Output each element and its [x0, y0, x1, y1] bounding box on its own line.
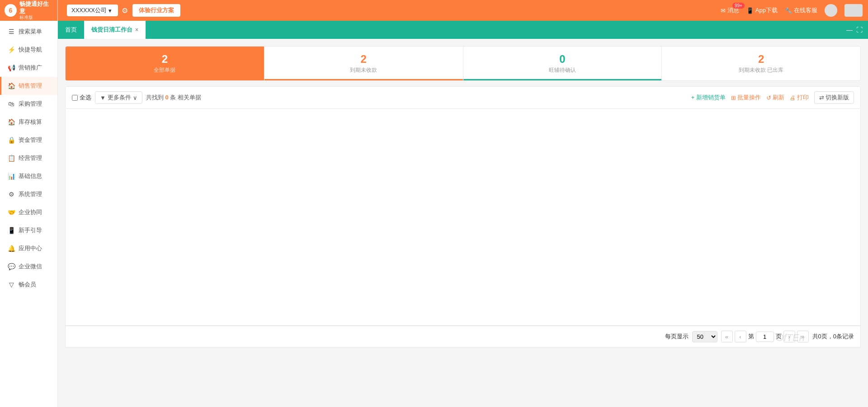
service-icon: 🔧 — [785, 7, 792, 14]
basic-info-icon: 📊 — [7, 172, 16, 181]
stat-card-overdue-unpaid[interactable]: 2 到期未收款 — [264, 47, 463, 80]
page-input[interactable] — [756, 332, 774, 342]
inventory-label: 库存核算 — [19, 118, 42, 126]
sidebar-item-finance[interactable]: 🔒 资金管理 — [0, 131, 57, 149]
select-all-checkbox[interactable] — [72, 95, 78, 101]
wechat-label: 企业微信 — [19, 262, 42, 271]
select-all-label: 全选 — [80, 94, 91, 102]
switch-version-btn[interactable]: ⇄ 切换新版 — [814, 91, 854, 104]
user-info-btn[interactable] — [844, 4, 863, 17]
sidebar-item-app-center[interactable]: 🔔 应用中心 — [0, 239, 57, 257]
toolbar: 全选 ▼ 更多条件 ∨ 共找到 0 条 相关单据 + 新增销货单 ⊞ 批量操作 … — [65, 86, 861, 109]
stat-num-overdue-not-shipped: 2 — [671, 53, 851, 65]
next-page-btn[interactable]: › — [783, 331, 795, 342]
work-order-tab-label: 钱货日清工作台 — [91, 26, 132, 34]
newbie-label: 新手引导 — [19, 226, 42, 234]
stat-num-all: 2 — [75, 53, 255, 65]
quick-nav-icon: ⚡ — [7, 45, 16, 54]
system-icon: ⚙ — [7, 190, 16, 199]
main-content: 2 全部单据 2 到期未收款 0 旺辅待确认 2 到期未收款 已出库 全选 ▼ — [58, 39, 868, 407]
first-page-btn[interactable]: « — [721, 331, 733, 342]
stat-card-overdue-not-shipped[interactable]: 2 到期未收款 已出库 — [662, 47, 860, 80]
nav-tabs-bar: 首页 钱货日清工作台 × — ⛶ — [58, 21, 868, 39]
online-service-btn[interactable]: 🔧 在线客服 — [785, 6, 817, 14]
sidebar-item-purchase[interactable]: 🛍 采购管理 — [0, 95, 57, 113]
switch-icon: ⇄ — [819, 94, 824, 101]
underline-pending — [463, 79, 662, 80]
refresh-icon: ↺ — [766, 94, 771, 101]
prev-page-btn[interactable]: ‹ — [735, 331, 746, 342]
messages-btn[interactable]: ✉ 消息 99+ — [721, 6, 739, 14]
page-nav: « ‹ 第 页 › » — [721, 331, 809, 342]
filter-icon: ▼ — [100, 94, 106, 101]
sidebar-logo: 6 畅捷通好生意 标准版 — [0, 0, 57, 21]
stat-label-pending: 旺辅待确认 — [472, 66, 653, 74]
avatar[interactable] — [825, 4, 837, 17]
sidebar-item-inventory[interactable]: 🏠 库存核算 — [0, 113, 57, 131]
enterprise-label: 企业协同 — [19, 208, 42, 216]
stat-card-pending-confirm[interactable]: 0 旺辅待确认 — [463, 47, 662, 80]
experience-btn[interactable]: 体验行业方案 — [132, 4, 180, 17]
refresh-btn[interactable]: ↺ 刷新 — [766, 94, 784, 102]
download-icon: 📱 — [746, 7, 754, 14]
enterprise-icon: 🤝 — [7, 208, 16, 217]
filter-label: 更多条件 — [108, 94, 131, 102]
finance-label: 资金管理 — [19, 136, 42, 144]
print-btn[interactable]: 🖨 打印 — [790, 94, 809, 102]
operation-label: 经营管理 — [19, 154, 42, 162]
minimize-icon[interactable]: — — [846, 26, 853, 33]
sidebar-item-search-menu[interactable]: ☰ 搜索菜单 — [0, 23, 57, 41]
sidebar-item-marketing[interactable]: 📢 营销推广 — [0, 59, 57, 77]
batch-icon: ⊞ — [731, 94, 736, 101]
tab-work-order[interactable]: 钱货日清工作台 × — [84, 21, 146, 39]
per-page-select[interactable]: 50 100 200 — [692, 331, 717, 342]
filter-btn[interactable]: ▼ 更多条件 ∨ — [95, 91, 142, 104]
stat-label-overdue-unpaid: 到期未收款 — [274, 66, 454, 74]
print-icon: 🖨 — [790, 94, 796, 101]
sidebar-item-quick-nav[interactable]: ⚡ 快捷导航 — [0, 41, 57, 59]
sidebar-item-wechat[interactable]: 💬 企业微信 — [0, 257, 57, 276]
settings-icon[interactable]: ⚙ — [122, 6, 128, 15]
sidebar-item-newbie[interactable]: 📱 新手引导 — [0, 221, 57, 239]
stat-num-pending: 0 — [472, 53, 653, 65]
home-tab-label: 首页 — [65, 26, 77, 34]
sidebar-item-member[interactable]: ▽ 畅会员 — [0, 276, 57, 294]
sidebar-item-sales[interactable]: 🏠 销售管理 — [0, 77, 57, 95]
sidebar-item-operation[interactable]: 📋 经营管理 — [0, 149, 57, 167]
batch-operation-btn[interactable]: ⊞ 批量操作 — [731, 94, 761, 102]
purchase-icon: 🛍 — [7, 99, 16, 108]
underline-overdue — [264, 79, 463, 80]
search-menu-label: 搜索菜单 — [19, 28, 42, 36]
app-download-btn[interactable]: 📱 App下载 — [746, 6, 778, 14]
search-menu-icon: ☰ — [7, 27, 16, 36]
sidebar-item-enterprise[interactable]: 🤝 企业协同 — [0, 203, 57, 221]
logo-subtitle: 标准版 — [19, 15, 53, 20]
tab-home[interactable]: 首页 — [58, 21, 84, 39]
toolbar-right: + 新增销货单 ⊞ 批量操作 ↺ 刷新 🖨 打印 ⇄ 切换新版 — [691, 91, 854, 104]
stat-num-overdue-unpaid: 2 — [274, 53, 454, 65]
sidebar: 6 畅捷通好生意 标准版 ☰ 搜索菜单 ⚡ 快捷导航 📢 营销推广 🏠 销售管理… — [0, 0, 58, 407]
sidebar-item-basic-info[interactable]: 📊 基础信息 — [0, 167, 57, 185]
logo-title: 畅捷通好生意 — [19, 0, 53, 14]
maximize-icon[interactable]: ⛶ — [856, 26, 863, 33]
found-text: 共找到 0 条 相关单据 — [146, 94, 201, 102]
member-icon: ▽ — [7, 280, 16, 289]
add-sales-order-btn[interactable]: + 新增销货单 — [691, 94, 726, 102]
company-name: XXXXXX公司 — [71, 6, 107, 14]
stat-label-overdue-not-shipped: 到期未收款 已出库 — [671, 66, 851, 74]
operation-icon: 📋 — [7, 154, 16, 163]
last-page-btn[interactable]: » — [797, 331, 809, 342]
sales-icon: 🏠 — [7, 81, 16, 90]
basic-info-label: 基础信息 — [19, 172, 42, 180]
chevron-down-icon: ▾ — [108, 7, 112, 14]
pagination-bar: 每页显示 50 100 200 « ‹ 第 页 › » 共0页，0条记录 — [65, 326, 861, 347]
stat-card-all[interactable]: 2 全部单据 — [66, 47, 264, 80]
company-selector[interactable]: XXXXXX公司 ▾ — [67, 5, 118, 16]
messages-badge: 99+ — [732, 3, 745, 9]
select-all-area[interactable]: 全选 — [72, 94, 91, 102]
sales-label: 销售管理 — [19, 82, 42, 90]
inventory-icon: 🏠 — [7, 117, 16, 126]
sidebar-menu: ☰ 搜索菜单 ⚡ 快捷导航 📢 营销推广 🏠 销售管理 🛍 采购管理 🏠 库存核… — [0, 21, 57, 407]
sidebar-item-system[interactable]: ⚙ 系统管理 — [0, 185, 57, 203]
close-tab-icon[interactable]: × — [135, 27, 138, 33]
